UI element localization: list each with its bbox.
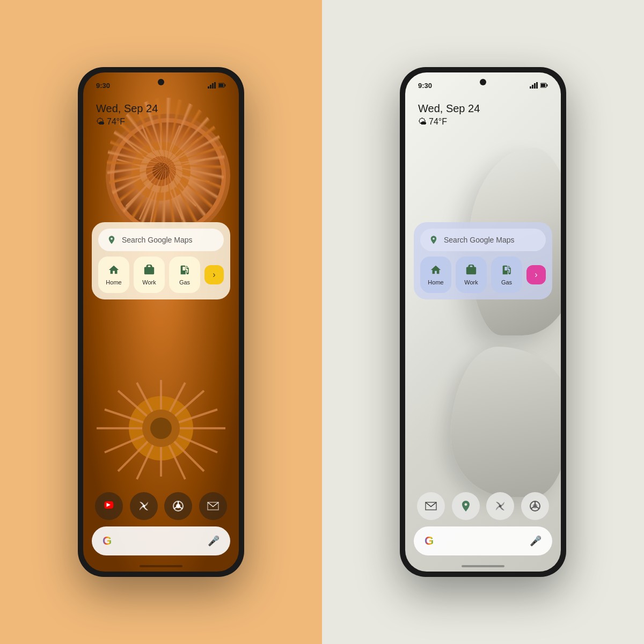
gmail-icon-left[interactable]	[199, 492, 227, 520]
weather-right: 🌤 74°F	[418, 117, 548, 127]
app-dock-right	[414, 492, 552, 520]
maps-search-text-left[interactable]: Search Google Maps	[122, 236, 215, 244]
date-widget-right: Wed, Sep 24 🌤 74°F	[405, 94, 561, 131]
dest-gas-right[interactable]: Gas	[491, 257, 522, 293]
svg-line-8	[123, 139, 161, 171]
signal-icon-right	[530, 82, 538, 89]
maps-search-text-right[interactable]: Search Google Maps	[444, 236, 537, 244]
dest-more-left[interactable]: ›	[204, 265, 224, 284]
svg-point-36	[150, 418, 172, 439]
youtube-svg-left	[103, 501, 115, 511]
mic-icon-right[interactable]: 🎤	[530, 535, 541, 547]
date-left: Wed, Sep 24	[96, 103, 226, 115]
svg-line-3	[161, 139, 199, 171]
chrome-icon-right[interactable]	[521, 492, 549, 520]
weather-icon-right: 🌤	[418, 117, 427, 127]
app-dock-left	[92, 492, 230, 520]
svg-line-4	[161, 171, 209, 182]
g-logo-right: G	[425, 534, 434, 548]
flower-bottom-warm	[91, 375, 231, 482]
google-search-left[interactable]: G 🎤	[92, 526, 230, 555]
pinwheel-svg-left	[138, 500, 150, 512]
svg-line-13	[126, 171, 161, 206]
dest-work-right[interactable]: Work	[456, 257, 487, 293]
maps-icon-right[interactable]	[452, 492, 480, 520]
dest-home-right[interactable]: Home	[420, 257, 451, 293]
bottom-area-left: G 🎤	[83, 492, 239, 572]
svg-marker-54	[536, 82, 538, 89]
svg-line-12	[150, 171, 161, 225]
svg-rect-57	[541, 84, 545, 87]
svg-rect-43	[219, 84, 223, 87]
gmail-svg-right	[425, 502, 437, 510]
chrome-svg-left	[172, 500, 184, 512]
status-icons-right	[530, 82, 548, 89]
svg-rect-42	[225, 84, 226, 86]
maps-search-bar-right[interactable]: Search Google Maps	[420, 229, 546, 251]
bottom-area-right: G 🎤	[405, 492, 561, 572]
work-icon-right	[465, 264, 477, 276]
svg-rect-56	[547, 84, 548, 86]
right-panel: 9:30	[322, 0, 644, 644]
svg-marker-51	[530, 86, 531, 89]
phone-right: 9:30	[400, 67, 566, 577]
maps-destinations-left: Home Work Gas	[98, 257, 224, 293]
dest-gas-label-left: Gas	[179, 279, 190, 286]
date-widget-left: Wed, Sep 24 🌤 74°F	[83, 94, 239, 131]
dest-home-label-left: Home	[106, 279, 121, 286]
home-indicator-left	[140, 565, 182, 567]
camera-notch-left	[158, 79, 164, 85]
maps-destinations-right: Home Work Gas	[420, 257, 546, 293]
dest-home-left[interactable]: Home	[98, 257, 129, 293]
chrome-svg-right	[529, 500, 541, 512]
date-right: Wed, Sep 24	[418, 103, 548, 115]
pinwheel-icon-right[interactable]	[486, 492, 514, 520]
svg-point-1	[140, 150, 182, 193]
dest-more-right[interactable]: ›	[526, 265, 546, 284]
status-time-right: 9:30	[418, 82, 432, 90]
svg-marker-53	[534, 83, 536, 89]
svg-line-11	[161, 171, 196, 206]
gmail-icon-right[interactable]	[417, 492, 445, 520]
signal-icon-left	[208, 82, 216, 89]
status-icons-left	[208, 82, 226, 89]
weather-left: 🌤 74°F	[96, 117, 226, 127]
maps-svg-right	[460, 500, 471, 512]
google-search-right[interactable]: G 🎤	[414, 526, 552, 555]
maps-widget-right[interactable]: Search Google Maps Home	[414, 222, 552, 299]
maps-search-bar-left[interactable]: Search Google Maps	[98, 229, 224, 251]
gmail-svg-left	[207, 502, 219, 510]
dest-work-label-left: Work	[142, 279, 156, 286]
g-logo-left: G	[103, 534, 112, 548]
svg-line-10	[161, 159, 205, 171]
svg-line-15	[142, 126, 161, 171]
svg-line-7	[113, 171, 161, 182]
dest-work-left[interactable]: Work	[134, 257, 165, 293]
battery-icon-right	[540, 82, 548, 89]
left-panel: 9:30	[0, 0, 322, 644]
dest-home-label-right: Home	[428, 279, 443, 286]
chrome-icon-left[interactable]	[164, 492, 192, 520]
gas-icon-left	[179, 264, 191, 276]
svg-point-0	[131, 142, 191, 201]
mic-icon-left[interactable]: 🎤	[208, 535, 219, 547]
weather-icon-left: 🌤	[96, 117, 105, 127]
pinwheel-icon-left[interactable]	[130, 492, 158, 520]
camera-notch-right	[480, 79, 486, 85]
dest-work-label-right: Work	[464, 279, 478, 286]
svg-point-17	[152, 163, 170, 180]
pinwheel-svg-right	[494, 500, 506, 512]
maps-widget-left[interactable]: Search Google Maps Home	[92, 222, 230, 299]
maps-pin-icon-left	[107, 235, 116, 245]
svg-marker-37	[208, 86, 209, 89]
svg-marker-39	[212, 83, 214, 89]
gas-icon-right	[501, 264, 513, 276]
rock-shape-2	[451, 347, 561, 497]
dest-gas-left[interactable]: Gas	[169, 257, 200, 293]
youtube-icon-left[interactable]	[95, 492, 123, 520]
home-indicator-right	[462, 565, 504, 567]
svg-point-16	[146, 156, 176, 186]
svg-line-14	[117, 159, 161, 171]
svg-line-5	[161, 171, 182, 219]
battery-icon-left	[218, 82, 226, 89]
